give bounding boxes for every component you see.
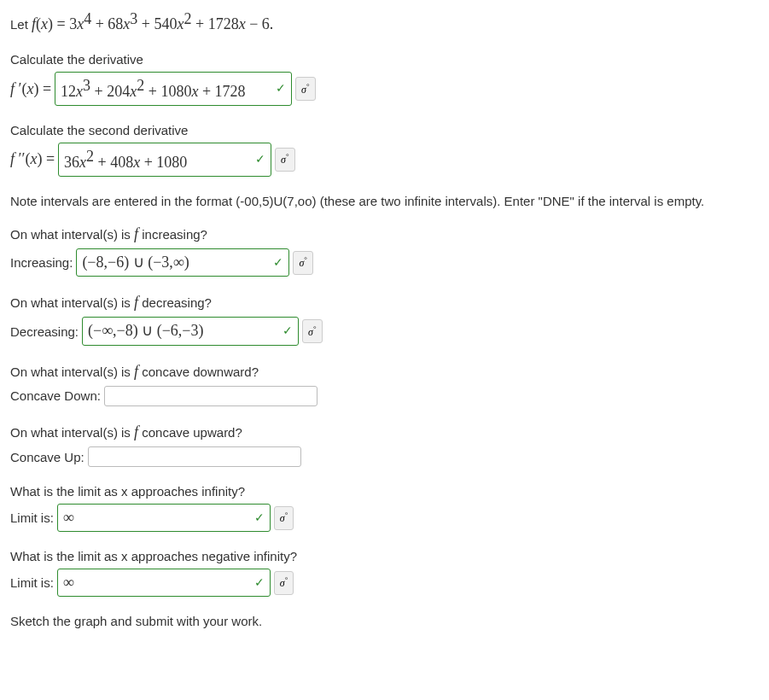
- q6-label: Concave Up:: [10, 448, 84, 466]
- sigma-icon: σ°: [280, 575, 288, 590]
- q7-label: Limit is:: [10, 509, 54, 527]
- q2-label: f ′′(x) =: [10, 149, 55, 170]
- q8-answer-box[interactable]: ∞ ✓: [57, 569, 271, 597]
- check-icon: ✓: [255, 151, 265, 168]
- q7-prompt: What is the limit as x approaches infini…: [10, 482, 759, 500]
- q2-prompt: Calculate the second derivative: [10, 121, 759, 139]
- format-button[interactable]: σ°: [302, 319, 323, 343]
- q2-answer-value: 36x2 + 408x + 1080: [64, 146, 250, 173]
- question-concave-down: On what interval(s) is f concave downwar…: [10, 361, 759, 406]
- q3-label: Increasing:: [10, 254, 73, 271]
- format-button[interactable]: σ°: [274, 571, 294, 595]
- q8-label: Limit is:: [10, 574, 54, 592]
- q4-prompt: On what interval(s) is f decreasing?: [10, 292, 759, 313]
- q6-answer-box[interactable]: [88, 446, 301, 467]
- q8-answer-value: ∞: [63, 572, 249, 593]
- sigma-icon: σ°: [280, 510, 288, 525]
- q7-answer-value: ∞: [63, 507, 249, 528]
- intro-prefix: Let: [10, 17, 32, 32]
- q4-answer-box[interactable]: (−∞,−8) ∪ (−6,−3) ✓: [82, 317, 299, 345]
- question-increasing: On what interval(s) is f increasing? Inc…: [10, 224, 759, 277]
- sigma-icon: σ°: [301, 82, 310, 96]
- q5-answer-box[interactable]: [104, 386, 318, 406]
- check-icon: ✓: [276, 80, 286, 97]
- question-limit-infinity: What is the limit as x approaches infini…: [10, 482, 759, 532]
- question-concave-up: On what interval(s) is f concave upward?…: [10, 422, 759, 467]
- q3-answer-box[interactable]: (−8,−6) ∪ (−3,∞) ✓: [76, 248, 289, 277]
- q7-answer-box[interactable]: ∞ ✓: [57, 504, 271, 532]
- question-decreasing: On what interval(s) is f decreasing? Dec…: [10, 292, 759, 345]
- q4-label: Decreasing:: [10, 323, 79, 341]
- q5-label: Concave Down:: [10, 387, 101, 405]
- question-derivative: Calculate the derivative f ′(x) = 12x3 +…: [10, 50, 759, 106]
- check-icon: ✓: [283, 323, 293, 340]
- format-button[interactable]: σ°: [274, 506, 294, 530]
- q8-prompt: What is the limit as x approaches negati…: [10, 547, 759, 565]
- sigma-icon: σ°: [299, 255, 307, 270]
- format-button[interactable]: σ°: [295, 77, 316, 101]
- q1-prompt: Calculate the derivative: [10, 50, 759, 68]
- question-limit-neg-infinity: What is the limit as x approaches negati…: [10, 547, 759, 597]
- q4-answer-value: (−∞,−8) ∪ (−6,−3): [88, 320, 277, 341]
- q1-answer-value: 12x3 + 204x2 + 1080x + 1728: [61, 75, 271, 102]
- q1-label: f ′(x) =: [10, 79, 51, 100]
- check-icon: ✓: [254, 510, 265, 527]
- format-button[interactable]: σ°: [275, 148, 295, 172]
- check-icon: ✓: [273, 254, 283, 271]
- q1-answer-box[interactable]: 12x3 + 204x2 + 1080x + 1728 ✓: [55, 72, 292, 106]
- intro-equation: Let f(x) = 3x4 + 68x3 + 540x2 + 1728x − …: [10, 9, 759, 35]
- footer-instruction: Sketch the graph and submit with your wo…: [10, 612, 759, 630]
- q3-prompt: On what interval(s) is f increasing?: [10, 224, 759, 245]
- q2-answer-box[interactable]: 36x2 + 408x + 1080 ✓: [58, 143, 271, 177]
- format-button[interactable]: σ°: [293, 251, 313, 275]
- question-second-derivative: Calculate the second derivative f ′′(x) …: [10, 121, 759, 177]
- sigma-icon: σ°: [281, 152, 289, 166]
- q6-prompt: On what interval(s) is f concave upward?: [10, 422, 759, 443]
- interval-note: Note intervals are entered in the format…: [10, 192, 759, 210]
- q3-answer-value: (−8,−6) ∪ (−3,∞): [82, 252, 268, 273]
- check-icon: ✓: [254, 575, 265, 592]
- q5-prompt: On what interval(s) is f concave downwar…: [10, 361, 759, 382]
- sigma-icon: σ°: [308, 324, 317, 339]
